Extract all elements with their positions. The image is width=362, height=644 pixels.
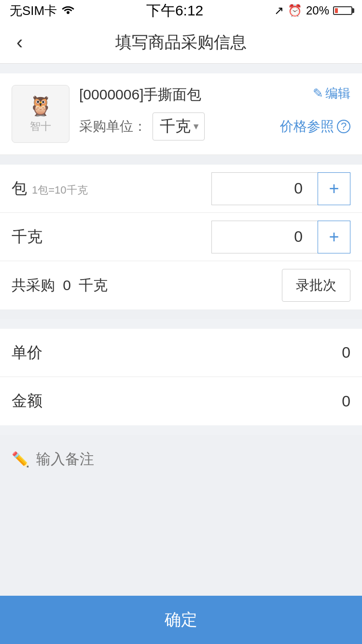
product-card: 🦉 智十 [0000006]手撕面包 采购单位： 千克 价格参照 ? ✎ 编辑 (0, 73, 362, 155)
page-title: 填写商品采购信息 (115, 31, 247, 54)
package-sub-label: 1包=10千克 (32, 183, 88, 197)
package-label-group: 包 1包=10千克 (12, 178, 88, 199)
status-bar: 无SIM卡 下午6:12 ↗ ⏰ 20% (0, 0, 362, 21)
unit-price-value: 0 (342, 344, 350, 362)
product-thumbnail: 🦉 智十 (12, 85, 70, 143)
battery-percent: 20% (306, 4, 329, 17)
unit-price-label: 单价 (12, 342, 42, 364)
content-area (0, 483, 362, 609)
price-section: 单价 0 金额 0 (0, 329, 362, 425)
kg-row: 千克 + (0, 213, 362, 261)
summary-label: 共采购 (12, 277, 55, 293)
help-icon: ? (337, 120, 350, 133)
status-time: 下午6:12 (146, 1, 203, 21)
divider-2 (0, 309, 362, 319)
amount-value: 0 (342, 392, 350, 410)
status-left: 无SIM卡 (10, 2, 75, 19)
summary-value: 0 (63, 277, 71, 293)
edit-label: 编辑 (325, 85, 350, 102)
kg-label: 千克 (12, 226, 42, 248)
kg-plus-button[interactable]: + (318, 221, 350, 253)
product-unit-row: 采购单位： 千克 价格参照 ? (79, 112, 350, 140)
kg-input-group: + (211, 221, 350, 253)
product-info: [0000006]手撕面包 采购单位： 千克 价格参照 ? (79, 85, 350, 140)
unit-price-row: 单价 0 (0, 329, 362, 377)
input-section: 包 1包=10千克 + 千克 + (0, 165, 362, 261)
wifi-icon (61, 3, 75, 18)
owl-logo-icon: 🦉 (28, 95, 53, 117)
logo-text: 智十 (30, 119, 51, 134)
status-right: ↗ ⏰ 20% (274, 4, 352, 17)
alarm-icon: ⏰ (288, 4, 302, 17)
price-ref-button[interactable]: 价格参照 ? (280, 117, 350, 136)
edit-icon: ✎ (313, 86, 323, 101)
summary-text: 共采购 0 千克 (12, 276, 108, 295)
nav-bar: ‹ 填写商品采购信息 (0, 21, 362, 64)
unit-value: 千克 (160, 116, 191, 137)
summary-unit: 千克 (79, 277, 108, 293)
confirm-button[interactable]: 确定 (0, 596, 362, 644)
kg-input[interactable] (211, 221, 318, 253)
kg-label-group: 千克 (12, 226, 42, 248)
package-row: 包 1包=10千克 + (0, 165, 362, 213)
summary-section: 共采购 0 千克 录批次 (0, 261, 362, 309)
confirm-label: 确定 (165, 609, 197, 631)
price-ref-label: 价格参照 (280, 117, 334, 136)
unit-label: 采购单位： (79, 117, 147, 136)
back-button[interactable]: ‹ (12, 27, 28, 58)
battery-indicator (333, 6, 352, 15)
notes-input[interactable] (36, 451, 350, 467)
package-label: 包 (12, 178, 27, 199)
product-name: [0000006]手撕面包 (79, 85, 350, 105)
amount-label: 金额 (12, 391, 42, 412)
unit-select[interactable]: 千克 (153, 112, 205, 140)
package-plus-button[interactable]: + (318, 172, 350, 205)
notes-section: ✏️ (0, 435, 362, 483)
pencil-icon: ✏️ (12, 451, 29, 468)
amount-row: 金额 0 (0, 377, 362, 425)
carrier-text: 无SIM卡 (10, 2, 57, 19)
batch-button[interactable]: 录批次 (282, 269, 350, 302)
package-input[interactable] (211, 172, 318, 205)
edit-button[interactable]: ✎ 编辑 (313, 85, 350, 102)
package-input-group: + (211, 172, 350, 205)
location-icon: ↗ (274, 4, 284, 17)
divider-1 (0, 155, 362, 165)
